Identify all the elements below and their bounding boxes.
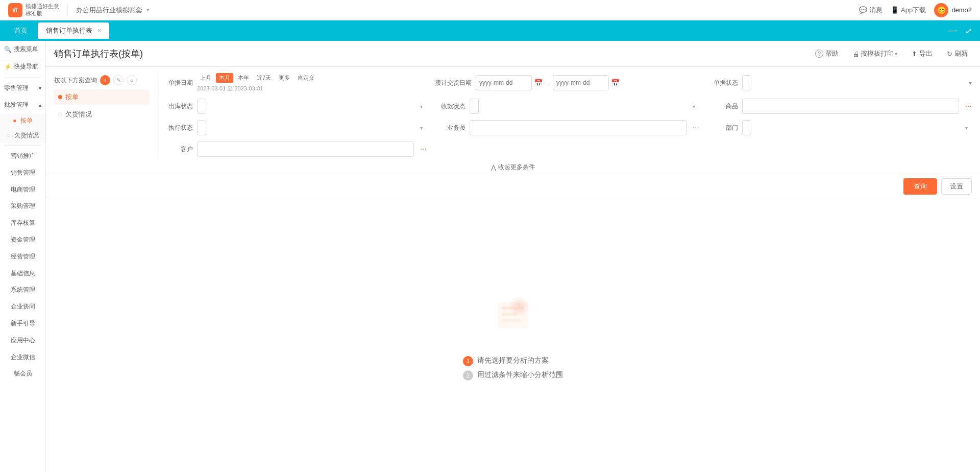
tab-close-icon[interactable]: ×: [97, 27, 101, 34]
scheme-add-button[interactable]: +: [100, 75, 110, 85]
scheme-collapse-button[interactable]: «: [127, 75, 137, 85]
tab-home[interactable]: 首页: [6, 22, 36, 39]
date-tab-last-month[interactable]: 上月: [197, 73, 214, 83]
salesperson-label: 业务员: [435, 124, 465, 132]
receipt-select[interactable]: [470, 99, 479, 114]
sidebar-item-wholesale[interactable]: 批发管理 ▴: [0, 97, 45, 113]
topbar-dropdown-arrow[interactable]: ▾: [146, 7, 149, 13]
customer-ellipsis-button[interactable]: ···: [420, 145, 427, 154]
refresh-icon: ↻: [947, 50, 952, 58]
sidebar-item-newbie[interactable]: 新手引导: [0, 315, 45, 332]
query-button[interactable]: 查询: [903, 178, 937, 195]
dept-select[interactable]: [742, 120, 751, 135]
help-button[interactable]: ? 帮助: [811, 47, 843, 60]
sidebar-item-inventory[interactable]: 库存核算: [0, 215, 45, 231]
scheme-dot-inactive: [58, 112, 62, 116]
top-bar-right: 💬 消息 📱 App下载 😊 demo2: [859, 3, 972, 17]
sidebar-item-wechat[interactable]: 企业微信: [0, 349, 45, 366]
sidebar-sub-item-order[interactable]: ● 按单: [0, 113, 45, 128]
scheme-item-debt[interactable]: 欠货情况: [54, 107, 150, 122]
right-filters: 单据日期 上月 本月 本年 近7天 更多 自定义: [162, 73, 972, 159]
sidebar-item-apps[interactable]: 应用中心: [0, 332, 45, 349]
message-button[interactable]: 💬 消息: [859, 6, 883, 15]
data-area: ? 1 请先选择要分析的方案 2 用过滤条件来缩小分析范围: [46, 199, 980, 472]
sidebar-sub-item-debt[interactable]: ○ 欠货情况: [0, 128, 45, 143]
maximize-button[interactable]: ⤢: [963, 24, 974, 38]
salesperson-input[interactable]: [470, 120, 687, 135]
date-field: 单据日期 上月 本月 本年 近7天 更多 自定义: [162, 73, 427, 92]
exec-label: 执行状态: [162, 124, 193, 132]
sidebar-item-marketing[interactable]: 营销推广: [0, 148, 45, 164]
settings-button[interactable]: 设置: [941, 178, 972, 195]
status-select[interactable]: [742, 75, 751, 90]
sidebar-item-sales[interactable]: 销售管理: [0, 164, 45, 181]
sidebar-divider2: [4, 145, 41, 146]
collapse-button[interactable]: ⋀ 收起更多条件: [491, 163, 535, 172]
sidebar-search[interactable]: 🔍 搜索菜单: [0, 41, 45, 58]
export-icon: ⬆: [912, 50, 917, 58]
date-tab-more[interactable]: 更多: [276, 73, 293, 83]
sidebar-item-operations[interactable]: 经营管理: [0, 248, 45, 265]
empty-step-1: 1 请先选择要分析的方案: [463, 356, 563, 366]
sidebar-item-ecommerce[interactable]: 电商管理: [0, 181, 45, 198]
svg-rect-3: [502, 319, 520, 322]
scheme-edit-button[interactable]: ✎: [113, 75, 124, 85]
sidebar-item-system[interactable]: 系统管理: [0, 281, 45, 298]
date-range-text: 2023-03-01 至 2023-03-31: [197, 85, 427, 92]
sidebar-divider: [4, 77, 41, 78]
page-header: 销售订单执行表(按单) ? 帮助 🖨 按模板打印 ▾ ⬆ 导出 ↻ 刷新: [46, 41, 980, 67]
wholesale-arrow-icon: ▴: [39, 102, 41, 108]
filter-inner: 按以下方案查询 + ✎ « 按单 欠货情况: [46, 67, 980, 174]
sidebar-nav[interactable]: ⚡ 快捷导航: [0, 58, 45, 75]
sidebar-item-member[interactable]: 畅会员: [0, 365, 45, 382]
customer-input[interactable]: [197, 141, 414, 157]
salesperson-ellipsis-button[interactable]: ···: [693, 123, 699, 132]
exec-select[interactable]: [197, 120, 206, 135]
exec-field: 执行状态: [162, 120, 427, 135]
customer-field: 客户 ···: [162, 141, 427, 157]
sidebar-item-basic[interactable]: 基础信息: [0, 265, 45, 282]
logo-icon: 好: [8, 3, 22, 17]
page-title: 销售订单执行表(按单): [54, 48, 143, 60]
user-menu[interactable]: 😊 demo2: [934, 3, 972, 17]
date-tab-this-year[interactable]: 本年: [235, 73, 252, 83]
goods-ellipsis-button[interactable]: ···: [965, 102, 972, 111]
nav-icon: ⚡: [4, 63, 12, 70]
out-stock-field: 出库状态: [162, 99, 427, 114]
empty-icon: ?: [463, 287, 563, 348]
out-stock-label: 出库状态: [162, 102, 193, 111]
date-tab-custom[interactable]: 自定义: [295, 73, 317, 83]
sidebar-item-finance[interactable]: 资金管理: [0, 231, 45, 248]
sidebar-item-purchase[interactable]: 采购管理: [0, 198, 45, 215]
help-icon: ?: [815, 50, 823, 58]
top-bar-title: 办公用品行业模拟账套: [76, 6, 142, 15]
tab-sales-exec[interactable]: 销售订单执行表 ×: [38, 22, 109, 39]
user-name: demo2: [951, 6, 972, 14]
goods-input[interactable]: [742, 99, 959, 114]
retail-arrow-icon: ▾: [39, 85, 41, 91]
date-tab-this-month[interactable]: 本月: [216, 73, 233, 83]
salesperson-field: 业务员 ···: [435, 120, 699, 135]
refresh-button[interactable]: ↻ 刷新: [943, 47, 972, 60]
delivery-date-to[interactable]: [553, 75, 609, 90]
scheme-item-order[interactable]: 按单: [54, 89, 150, 105]
empty-step-2: 2 用过滤条件来缩小分析范围: [463, 370, 563, 381]
delivery-date-icon-from: 📅: [534, 79, 543, 87]
out-stock-select[interactable]: [197, 99, 206, 114]
date-tab-7days[interactable]: 近7天: [254, 73, 274, 83]
scheme-dot-active: [58, 95, 62, 99]
goods-label: 商品: [707, 102, 738, 111]
app-download-button[interactable]: 📱 App下载: [891, 6, 926, 15]
scheme-title: 按以下方案查询 + ✎ «: [54, 75, 150, 85]
svg-text:?: ?: [516, 302, 520, 311]
delivery-date-field: 预计交货日期 📅 — 📅: [435, 75, 699, 90]
logo-text: 畅捷通好生意 标准版: [26, 3, 59, 16]
filter-collapse-row: ⋀ 收起更多条件: [54, 159, 972, 174]
minimize-button[interactable]: —: [947, 24, 959, 38]
sidebar-item-enterprise[interactable]: 企业协同: [0, 298, 45, 315]
export-button[interactable]: ⬆ 导出: [908, 47, 937, 60]
customer-label: 客户: [162, 145, 193, 154]
delivery-date-from[interactable]: [476, 75, 532, 90]
sidebar-item-retail[interactable]: 零售管理 ▾: [0, 80, 45, 97]
print-button[interactable]: 🖨 按模板打印 ▾: [849, 47, 901, 60]
